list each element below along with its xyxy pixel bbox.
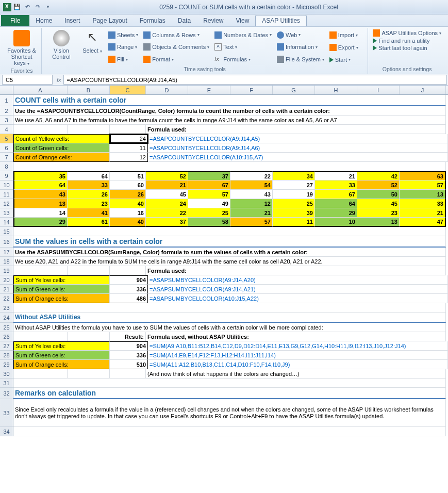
cell-A6[interactable]: Count of Green cells: <box>13 143 110 153</box>
row-header-21[interactable]: 21 <box>0 285 13 294</box>
fx-label[interactable]: fx <box>55 74 63 85</box>
cell-C10[interactable]: 60 <box>110 180 146 190</box>
cell-B28[interactable]: 336 <box>110 351 148 360</box>
range-button[interactable]: Range ▾ <box>108 43 138 51</box>
cell-D19[interactable]: Formula used: <box>146 266 446 275</box>
row-header-31[interactable]: 31 <box>0 379 13 388</box>
cell-C26[interactable]: Result: <box>110 332 146 341</box>
cell-H12[interactable]: 64 <box>315 199 357 208</box>
cell-B22[interactable]: 486 <box>110 294 148 303</box>
row-header-18[interactable]: 18 <box>0 257 13 266</box>
cell-A32[interactable]: Remarks on calculation <box>13 388 446 399</box>
save-icon[interactable]: 💾 <box>12 3 22 12</box>
row-header-2[interactable]: 2 <box>0 106 13 116</box>
cell-A17[interactable]: Use the ASAPSUMBYCELLCOLOR(SumRange, Col… <box>13 248 446 257</box>
row-header-11[interactable]: 11 <box>0 190 13 199</box>
formulas-button[interactable]: fxFormulas ▾ <box>214 55 272 63</box>
row-header-29[interactable]: 29 <box>0 360 13 369</box>
cell-A31[interactable] <box>13 379 446 388</box>
row-header-4[interactable]: 4 <box>0 125 13 134</box>
cell-A16[interactable]: SUM the values in cells with a certain c… <box>13 236 446 248</box>
tab-view[interactable]: View <box>230 15 256 26</box>
row-header-19[interactable]: 19 <box>0 266 13 275</box>
cell-B12[interactable]: 23 <box>68 199 110 208</box>
cell-C11[interactable]: 26 <box>110 190 146 199</box>
start-last-button[interactable]: Start last tool again <box>373 44 441 52</box>
cell-A5[interactable]: Count of Yellow cells: <box>13 134 110 143</box>
cell-C20[interactable]: =ASAPSUMBYCELLCOLOR(A9:J14,A20) <box>148 275 448 285</box>
start-button[interactable]: Start ▾ <box>329 56 358 63</box>
import-button[interactable]: Import ▾ <box>329 31 358 39</box>
cell-C30[interactable] <box>110 369 146 379</box>
row-header-20[interactable]: 20 <box>0 275 13 285</box>
tab-review[interactable]: Review <box>197 15 229 26</box>
col-header-H[interactable]: H <box>315 86 357 94</box>
cell-A9[interactable]: 35 <box>13 171 68 180</box>
cells-grid[interactable]: COUNT cells with a certain colorUse the … <box>13 95 448 436</box>
select-button[interactable]: ↖ Select ▾ <box>80 29 105 65</box>
col-header-D[interactable]: D <box>146 86 188 94</box>
cell-D9[interactable]: 52 <box>146 171 188 180</box>
cell-B13[interactable]: 41 <box>68 208 110 218</box>
cell-B5[interactable]: 24 <box>110 134 148 143</box>
cell-J14[interactable]: 47 <box>400 218 446 227</box>
cell-B26[interactable] <box>68 332 110 341</box>
row-header-28[interactable]: 28 <box>0 351 13 360</box>
cell-A29[interactable]: Sum of Orange cells: <box>13 360 110 369</box>
row-header-33[interactable]: 33 <box>0 399 13 427</box>
cell-I13[interactable]: 23 <box>357 208 400 218</box>
cell-F13[interactable]: 21 <box>230 208 273 218</box>
cell-E11[interactable]: 57 <box>188 190 230 199</box>
row-header-3[interactable]: 3 <box>0 116 13 125</box>
cell-I14[interactable]: 13 <box>357 218 400 227</box>
web-button[interactable]: Web ▾ <box>277 31 324 39</box>
cell-H9[interactable]: 21 <box>315 171 357 180</box>
cell-H10[interactable]: 33 <box>315 180 357 190</box>
cell-B6[interactable]: 11 <box>110 143 148 153</box>
cell-B9[interactable]: 64 <box>68 171 110 180</box>
cell-A34[interactable] <box>13 427 446 436</box>
cell-A25[interactable]: Without ASAP Utilities the formula you h… <box>13 323 446 332</box>
cell-C13[interactable]: 16 <box>110 208 146 218</box>
objects-button[interactable]: Objects & Comments ▾ <box>143 43 209 51</box>
cell-E9[interactable]: 37 <box>188 171 230 180</box>
cell-A19[interactable] <box>13 266 68 275</box>
cell-A4[interactable] <box>13 125 68 134</box>
row-header-32[interactable]: 32 <box>0 388 13 399</box>
cell-A24[interactable]: Without ASAP Utilities <box>13 313 446 323</box>
find-run-button[interactable]: Find and run a utility <box>373 37 441 44</box>
col-header-F[interactable]: F <box>230 86 273 94</box>
sheets-button[interactable]: Sheets ▾ <box>108 31 138 39</box>
cell-C29[interactable]: =SUM(A11:A12,B10,B13,C11,C14,D10:F10,F14… <box>148 360 448 369</box>
cell-B20[interactable]: 904 <box>110 275 148 285</box>
cell-A12[interactable]: 13 <box>13 199 68 208</box>
cell-J9[interactable]: 63 <box>400 171 446 180</box>
cell-E12[interactable]: 49 <box>188 199 230 208</box>
cell-A33[interactable]: Since Excel only recalculates a formula … <box>13 399 446 427</box>
tab-formulas[interactable]: Formulas <box>134 15 172 26</box>
row-header-9[interactable]: 9 <box>0 171 13 180</box>
cell-A22[interactable]: Sum of Orange cells: <box>13 294 110 303</box>
cell-B11[interactable]: 26 <box>68 190 110 199</box>
cell-B30[interactable] <box>68 369 110 379</box>
favorites-button[interactable]: Favorites & Shortcut keys ▾ <box>5 29 38 67</box>
tab-home[interactable]: Home <box>29 15 58 26</box>
select-all-corner[interactable] <box>0 86 13 94</box>
text-button[interactable]: AText ▾ <box>214 43 272 51</box>
row-header-8[interactable]: 8 <box>0 162 13 171</box>
cell-A21[interactable]: Sum of Green cells: <box>13 285 110 294</box>
cell-F10[interactable]: 54 <box>230 180 273 190</box>
cell-C27[interactable]: =SUM(A9:A10,B11:B12,B14,C12,D9,D12:D14,E… <box>148 341 448 351</box>
cell-A11[interactable]: 43 <box>13 190 68 199</box>
cell-G11[interactable]: 19 <box>273 190 315 199</box>
name-box[interactable] <box>2 75 53 85</box>
cell-B21[interactable]: 336 <box>110 285 148 294</box>
cell-A2[interactable]: Use the =ASAPCOUNTBYCELLCOLOR(CountRange… <box>13 106 446 116</box>
cell-C7[interactable]: =ASAPCOUNTBYCELLCOLOR(A10:J15,A7) <box>148 153 448 162</box>
cell-F11[interactable]: 43 <box>230 190 273 199</box>
row-header-22[interactable]: 22 <box>0 294 13 303</box>
cell-I9[interactable]: 42 <box>357 171 400 180</box>
row-header-5[interactable]: 5 <box>0 134 13 143</box>
col-header-E[interactable]: E <box>188 86 230 94</box>
cell-J10[interactable]: 57 <box>400 180 446 190</box>
